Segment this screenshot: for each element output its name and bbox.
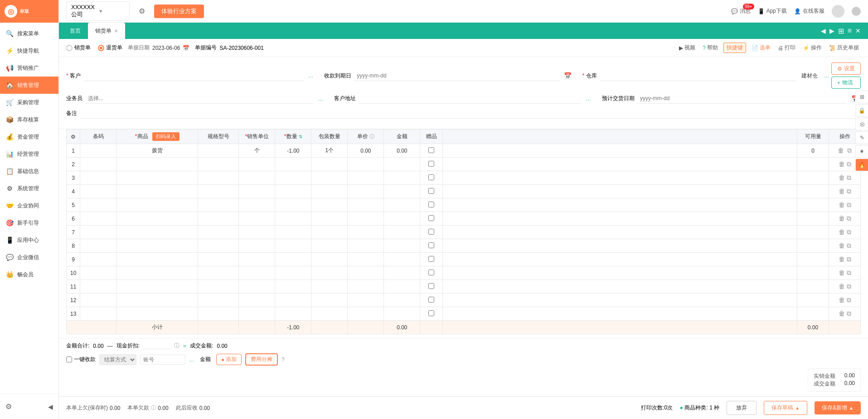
copy-row-13-btn[interactable]: ⧉ [846, 310, 852, 317]
row-pkgqty-1[interactable]: 1个 [311, 144, 348, 158]
copy-row-7-btn[interactable]: ⧉ [846, 228, 852, 236]
customer-input[interactable] [83, 71, 303, 81]
col-settings[interactable]: ⚙ [67, 130, 80, 144]
row-gift-1[interactable] [420, 144, 443, 158]
delete-row-3-btn[interactable]: 🗑 [838, 174, 846, 181]
logistics-action-btn[interactable]: + 物流 [831, 77, 861, 89]
float-btn-4[interactable]: ✎ [855, 131, 868, 144]
row-remark-1[interactable] [443, 144, 797, 158]
help-btn[interactable]: ? 帮助 [701, 43, 720, 53]
copy-row-9-btn[interactable]: ⧉ [846, 255, 852, 263]
fenpei-btn[interactable]: 费用分摊 [245, 353, 278, 366]
company-selector[interactable]: XXXXXX公司 ▾ [66, 1, 130, 21]
settings-action-btn[interactable]: ⚙ 设置 [831, 63, 861, 75]
float-btn-5[interactable]: ★ [855, 145, 868, 158]
payment-checkbox-label[interactable]: 一键收款 [66, 356, 96, 363]
gift-checkbox-12[interactable] [428, 297, 434, 303]
delete-row-6-btn[interactable]: 🗑 [838, 215, 846, 222]
row-unit-1[interactable]: 个 [239, 144, 275, 158]
sidebar-item-basic-info[interactable]: 📋 基础信息 [0, 163, 58, 180]
copy-row-6-btn[interactable]: ⧉ [846, 215, 852, 222]
copy-row-3-btn[interactable]: ⧉ [846, 174, 852, 181]
float-btn-3[interactable]: ◎ [855, 118, 868, 130]
due-date-calendar-icon[interactable]: 📅 [562, 72, 573, 79]
gift-checkbox-1[interactable] [428, 147, 434, 153]
sidebar-item-purchase[interactable]: 🛒 采购管理 [0, 94, 58, 111]
tab-list-icon[interactable]: ≡ [848, 27, 852, 35]
sidebar-item-enterprise[interactable]: 🤝 企业协同 [0, 197, 58, 214]
payment-checkbox[interactable] [66, 356, 72, 362]
delete-row-8-btn[interactable]: 🗑 [838, 242, 846, 249]
settings-gear-button[interactable]: ⚙ [135, 5, 149, 18]
copy-row-8-btn[interactable]: ⧉ [846, 242, 852, 249]
settings-bottom-icon[interactable]: ⚙ [5, 402, 12, 411]
choose-btn[interactable]: 📄 选单 [750, 43, 772, 53]
gift-checkbox-7[interactable] [428, 229, 434, 235]
delete-row-5-btn[interactable]: 🗑 [838, 201, 846, 208]
discount-input[interactable] [143, 342, 170, 349]
copy-row-11-btn[interactable]: ⧉ [846, 283, 852, 290]
sidebar-item-search[interactable]: 🔍 搜索菜单 [0, 25, 58, 42]
salesperson-dots-btn[interactable]: … [316, 96, 325, 102]
message-button[interactable]: 💬 消息 99+ [731, 7, 751, 15]
sidebar-item-system[interactable]: ⚙ 系统管理 [0, 180, 58, 197]
row-spec-1[interactable] [198, 144, 239, 158]
add-payment-btn[interactable]: ● 添加 [216, 354, 242, 365]
tab-close-icon[interactable]: ✕ [114, 29, 118, 34]
row-price-1[interactable]: 0.00 [348, 144, 384, 158]
delete-row-4-btn[interactable]: 🗑 [838, 188, 846, 195]
gift-checkbox-9[interactable] [428, 256, 434, 262]
user-avatar[interactable] [832, 5, 844, 18]
scan-button[interactable]: 扫码录入 [152, 132, 179, 141]
collapse-icon[interactable]: ◀ [48, 403, 53, 410]
delete-row-1-btn[interactable]: 🗑 [837, 147, 845, 154]
sidebar-item-sales[interactable]: 🏠 销售管理 [0, 77, 58, 94]
app-download-button[interactable]: 📱 App下载 [758, 7, 787, 15]
discount-info-icon[interactable]: ⓘ [174, 342, 179, 350]
qty-sort-icon[interactable]: ⇅ [299, 134, 302, 139]
radio-sales-order[interactable]: 销货单 [66, 44, 91, 52]
save-draft-button[interactable]: 保存草稿 ▲ [764, 401, 807, 415]
settle-method-select[interactable]: 结算方式 [99, 354, 136, 365]
print-btn[interactable]: 🖨 打印 [776, 43, 797, 53]
float-btn-6[interactable]: 🔥 [855, 159, 868, 171]
due-date-input[interactable] [354, 71, 559, 81]
tab-fullscreen-icon[interactable]: ✕ [855, 27, 861, 34]
tab-home[interactable]: 首页 [63, 23, 88, 39]
sidebar-item-inventory[interactable]: 📦 库存核算 [0, 111, 58, 128]
delete-row-10-btn[interactable]: 🗑 [838, 269, 846, 276]
customer-addr-dots-btn[interactable]: … [584, 96, 593, 102]
sidebar-item-marketing[interactable]: 📢 营销推广 [0, 59, 58, 77]
customer-dots-btn[interactable]: … [306, 72, 315, 79]
gift-checkbox-11[interactable] [428, 283, 434, 289]
account-dots-btn[interactable]: … [189, 356, 194, 363]
gift-checkbox-6[interactable] [428, 215, 434, 221]
history-btn[interactable]: 📜 历史单据 [827, 43, 861, 53]
float-btn-1[interactable]: ⊞ [855, 91, 868, 103]
online-service-button[interactable]: 👤 在线客服 [794, 7, 824, 15]
sidebar-item-app-center[interactable]: 📱 应用中心 [0, 231, 58, 249]
product-type-icon[interactable]: ● [680, 405, 683, 411]
gift-checkbox-3[interactable] [428, 174, 434, 180]
try-solution-button[interactable]: 体验行业方案 [154, 5, 204, 18]
row-qty-1[interactable]: -1.00 [275, 144, 311, 158]
sidebar-item-member[interactable]: 👑 畅会员 [0, 266, 58, 283]
delete-row-9-btn[interactable]: 🗑 [838, 255, 846, 263]
discard-button[interactable]: 放弃 [727, 401, 756, 415]
customer-addr-input[interactable] [359, 93, 581, 104]
copy-row-12-btn[interactable]: ⧉ [846, 296, 852, 303]
user-avatar2[interactable] [852, 7, 861, 16]
gift-checkbox-2[interactable] [428, 161, 434, 167]
copy-row-4-btn[interactable]: ⧉ [846, 188, 852, 195]
tab-sales-order[interactable]: 销货单 ✕ [88, 23, 125, 39]
note-input[interactable] [80, 108, 861, 119]
copy-row-5-btn[interactable]: ⧉ [846, 201, 852, 208]
delete-row-7-btn[interactable]: 🗑 [838, 228, 846, 236]
copy-row-2-btn[interactable]: ⧉ [846, 160, 852, 168]
tab-next-icon[interactable]: ▶ [829, 27, 834, 34]
salesperson-input[interactable] [85, 93, 313, 104]
copy-row-1-btn[interactable]: ⧉ [846, 147, 853, 154]
sidebar-item-operations[interactable]: 📊 经营管理 [0, 145, 58, 163]
sidebar-item-finance[interactable]: 💰 资金管理 [0, 128, 58, 145]
gift-checkbox-8[interactable] [428, 242, 434, 248]
